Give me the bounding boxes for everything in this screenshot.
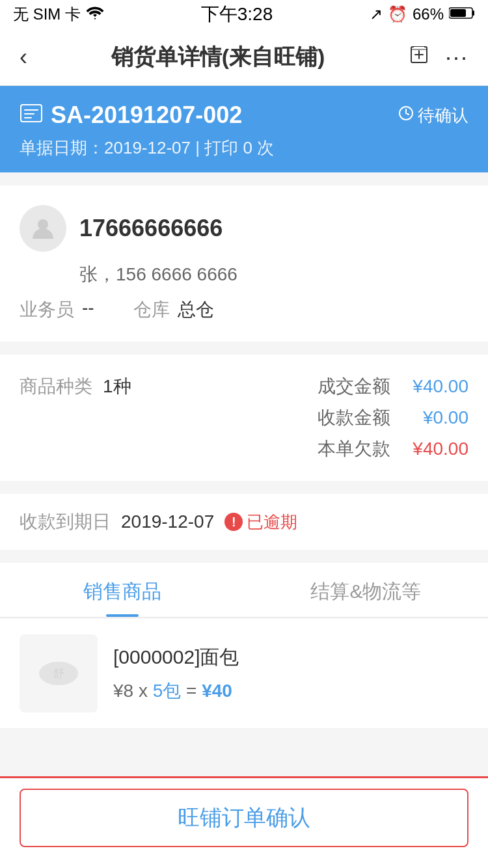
alarm-icon: ⏰ [388, 5, 407, 23]
due-date-card: 收款到期日 2019-12-07 ! 已逾期 [0, 494, 488, 550]
price-value: ¥8 [113, 681, 133, 701]
order-number-container: SA-20191207-002 [20, 102, 242, 129]
product-info-0: [0000002]面包 ¥8 x 5包 = ¥40 [113, 644, 468, 703]
bottom-bar: 旺铺订单确认 [0, 776, 488, 868]
order-type-icon [20, 102, 43, 129]
status-time: 下午3:28 [201, 2, 273, 27]
order-date: 单据日期：2019-12-07 | 打印 0 次 [20, 137, 468, 159]
svg-rect-1 [472, 10, 474, 16]
sales-value: -- [82, 297, 94, 322]
amounts-card: 商品种类 1种 成交金额 ¥40.00 收款金额 ¥0.00 本单欠款 ¥40.… [0, 355, 488, 481]
svg-point-6 [38, 219, 48, 230]
svg-text:舒: 舒 [53, 667, 64, 680]
avatar [20, 205, 66, 252]
battery-icon [449, 5, 475, 23]
tab-settlement-logistics[interactable]: 结算&物流等 [244, 563, 488, 617]
amount-row-2: 本单欠款 ¥40.00 [318, 437, 468, 461]
product-list: 舒 [0000002]面包 ¥8 x 5包 = ¥40 [0, 619, 488, 729]
product-types-value: 1种 [103, 374, 131, 399]
equals-symbol: = [186, 681, 202, 701]
due-date-value: 2019-12-07 [121, 511, 214, 532]
overdue-badge: ! 已逾期 [224, 511, 297, 534]
status-right: ↗ ⏰ 66% [370, 5, 475, 23]
carrier-label: 无 SIM 卡 [13, 4, 81, 25]
amount-label-0: 成交金额 [318, 374, 390, 399]
amount-value-0: ¥40.00 [403, 376, 468, 397]
amount-value-1: ¥0.00 [403, 407, 468, 428]
amount-row-0: 成交金额 ¥40.00 [318, 374, 468, 399]
customer-card: 17666666666 张，156 6666 6666 业务员 -- 仓库 总仓 [0, 185, 488, 342]
product-name-0: [0000002]面包 [113, 644, 468, 671]
nav-bar: ‹ 销货单详情(来自旺铺) ··· [0, 29, 488, 86]
total-price: ¥40 [202, 681, 232, 701]
customer-phone: 17666666666 [79, 215, 223, 242]
product-item-0: 舒 [0000002]面包 ¥8 x 5包 = ¥40 [0, 619, 488, 729]
amount-label-2: 本单欠款 [318, 437, 390, 461]
product-price-0: ¥8 x 5包 = ¥40 [113, 679, 468, 703]
wifi-icon [86, 5, 104, 23]
tab-sales-products[interactable]: 销售商品 [0, 563, 244, 617]
warehouse-label: 仓库 [133, 297, 170, 322]
confirm-order-button[interactable]: 旺铺订单确认 [20, 789, 468, 847]
product-types: 商品种类 1种 [20, 374, 131, 399]
tabs-container: 销售商品 结算&物流等 [0, 563, 488, 617]
location-icon: ↗ [370, 5, 383, 23]
amount-row-1: 收款金额 ¥0.00 [318, 405, 468, 430]
back-button[interactable]: ‹ [20, 44, 27, 71]
status-bar: 无 SIM 卡 下午3:28 ↗ ⏰ 66% [0, 0, 488, 29]
order-number-text: SA-20191207-002 [51, 102, 242, 129]
amount-value-2: ¥40.00 [403, 439, 468, 459]
amount-label-1: 收款金额 [318, 405, 390, 430]
multiply-symbol: x [139, 681, 153, 701]
customer-name: 张，156 6666 6666 [20, 262, 468, 287]
nav-actions: ··· [409, 44, 468, 71]
product-thumbnail: 舒 [20, 634, 98, 712]
share-icon[interactable] [409, 44, 429, 70]
warehouse-value: 总仓 [178, 297, 214, 322]
overdue-text: 已逾期 [247, 511, 297, 534]
amounts-right: 成交金额 ¥40.00 收款金额 ¥0.00 本单欠款 ¥40.00 [318, 374, 468, 461]
order-header: SA-20191207-002 待确认 单据日期：2019-12-07 | 打印… [0, 86, 488, 172]
status-left: 无 SIM 卡 [13, 4, 104, 25]
product-types-label: 商品种类 [20, 374, 92, 399]
sales-label: 业务员 [20, 297, 74, 322]
overdue-warning-icon: ! [224, 513, 243, 531]
warehouse-info: 仓库 总仓 [133, 297, 214, 322]
battery-label: 66% [413, 5, 444, 23]
page-title: 销货单详情(来自旺铺) [111, 42, 325, 72]
sales-info: 业务员 -- [20, 297, 94, 322]
more-icon[interactable]: ··· [445, 44, 468, 71]
svg-rect-2 [450, 9, 466, 17]
status-text: 待确认 [418, 104, 468, 127]
customer-meta: 业务员 -- 仓库 总仓 [20, 297, 468, 322]
customer-top: 17666666666 [20, 205, 468, 252]
clock-icon [398, 105, 414, 126]
order-status: 待确认 [398, 104, 468, 127]
due-date-label: 收款到期日 [20, 509, 111, 534]
quantity: 5包 [153, 681, 182, 701]
